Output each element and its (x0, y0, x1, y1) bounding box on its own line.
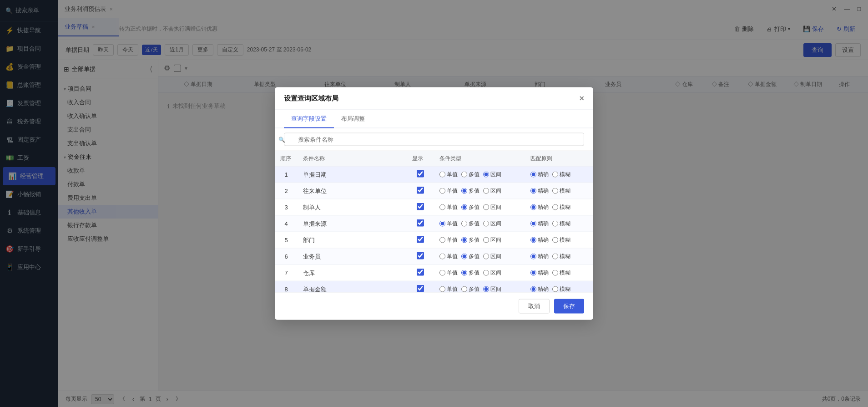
type-multi-radio-3[interactable] (461, 221, 467, 227)
match-fuzzy-opt-1[interactable]: 模糊 (552, 187, 570, 195)
match-fuzzy-radio-6[interactable] (552, 270, 558, 276)
match-fuzzy-radio-1[interactable] (552, 188, 558, 194)
type-multi-opt-4[interactable]: 多值 (461, 236, 479, 244)
th-seq: 顺序 (275, 151, 298, 167)
type-multi-radio-6[interactable] (461, 270, 467, 276)
type-multi-opt-0[interactable]: 多值 (461, 171, 479, 178)
type-range-opt-3[interactable]: 区间 (483, 220, 501, 228)
type-range-opt-4[interactable]: 区间 (483, 236, 501, 244)
type-range-radio-2[interactable] (483, 204, 489, 210)
match-precise-radio-7[interactable] (530, 286, 536, 292)
type-range-opt-6[interactable]: 区间 (483, 269, 501, 277)
type-single-radio-6[interactable] (439, 270, 445, 276)
save-button[interactable]: 保存 (554, 299, 584, 314)
match-precise-radio-4[interactable] (530, 237, 536, 243)
type-range-opt-7[interactable]: 区间 (483, 285, 501, 292)
dialog-header: 设置查询区域布局 × (275, 87, 593, 110)
type-single-opt-6[interactable]: 单值 (439, 269, 458, 277)
type-single-opt-0[interactable]: 单值 (439, 171, 458, 178)
type-multi-opt-3[interactable]: 多值 (461, 220, 479, 228)
match-precise-radio-1[interactable] (530, 188, 536, 194)
type-range-radio-0[interactable] (483, 172, 489, 178)
match-fuzzy-radio-2[interactable] (552, 204, 558, 210)
type-single-radio-4[interactable] (439, 237, 445, 243)
match-fuzzy-radio-7[interactable] (552, 286, 558, 292)
cell-match: 精确 模糊 (525, 248, 593, 265)
type-multi-radio-0[interactable] (461, 172, 467, 178)
type-single-opt-7[interactable]: 单值 (439, 285, 458, 292)
dialog-tab-layout[interactable]: 布局调整 (334, 110, 372, 128)
type-range-opt-5[interactable]: 区间 (483, 253, 501, 260)
type-multi-opt-6[interactable]: 多值 (461, 269, 479, 277)
match-precise-opt-4[interactable]: 精确 (530, 236, 549, 244)
type-multi-radio-7[interactable] (461, 286, 467, 292)
type-single-radio-2[interactable] (439, 204, 445, 210)
type-range-radio-7[interactable] (483, 286, 489, 292)
dialog-search-input[interactable] (284, 133, 584, 146)
match-fuzzy-opt-3[interactable]: 模糊 (552, 220, 570, 228)
match-precise-radio-2[interactable] (530, 204, 536, 210)
type-range-radio-1[interactable] (483, 188, 489, 194)
type-single-opt-1[interactable]: 单值 (439, 187, 458, 195)
type-single-radio-3[interactable] (439, 221, 445, 227)
type-multi-radio-4[interactable] (461, 237, 467, 243)
show-checkbox-3[interactable] (417, 219, 424, 227)
match-precise-radio-0[interactable] (530, 172, 536, 178)
match-fuzzy-radio-3[interactable] (552, 221, 558, 227)
type-multi-radio-2[interactable] (461, 204, 467, 210)
type-single-opt-3[interactable]: 单值 (439, 220, 458, 228)
type-range-radio-3[interactable] (483, 221, 489, 227)
type-multi-radio-5[interactable] (461, 254, 467, 259)
match-radio-group-5: 精确 模糊 (530, 253, 588, 260)
show-checkbox-0[interactable] (417, 170, 424, 178)
match-precise-opt-0[interactable]: 精确 (530, 171, 549, 178)
match-precise-opt-3[interactable]: 精确 (530, 220, 549, 228)
match-precise-opt-2[interactable]: 精确 (530, 204, 549, 211)
type-range-radio-4[interactable] (483, 237, 489, 243)
type-range-opt-2[interactable]: 区间 (483, 204, 501, 211)
match-precise-radio-5[interactable] (530, 254, 536, 259)
type-range-opt-1[interactable]: 区间 (483, 187, 501, 195)
type-single-radio-7[interactable] (439, 286, 445, 292)
show-checkbox-1[interactable] (417, 187, 424, 194)
type-single-radio-5[interactable] (439, 254, 445, 259)
match-fuzzy-opt-2[interactable]: 模糊 (552, 204, 570, 211)
show-checkbox-7[interactable] (417, 285, 424, 292)
cell-seq: 2 (275, 183, 298, 199)
match-fuzzy-opt-5[interactable]: 模糊 (552, 253, 570, 260)
show-checkbox-2[interactable] (417, 203, 424, 210)
match-precise-radio-3[interactable] (530, 221, 536, 227)
match-fuzzy-radio-4[interactable] (552, 237, 558, 243)
match-precise-opt-1[interactable]: 精确 (530, 187, 549, 195)
type-single-opt-2[interactable]: 单值 (439, 204, 458, 211)
type-multi-opt-2[interactable]: 多值 (461, 204, 479, 211)
show-checkbox-5[interactable] (417, 252, 424, 259)
cancel-button[interactable]: 取消 (519, 299, 550, 314)
type-range-opt-0[interactable]: 区间 (483, 171, 501, 178)
type-single-opt-4[interactable]: 单值 (439, 236, 458, 244)
match-fuzzy-radio-5[interactable] (552, 254, 558, 259)
type-range-radio-6[interactable] (483, 270, 489, 276)
type-single-radio-0[interactable] (439, 172, 445, 178)
dialog-close-btn[interactable]: × (579, 94, 584, 103)
type-multi-radio-1[interactable] (461, 188, 467, 194)
match-fuzzy-opt-4[interactable]: 模糊 (552, 236, 570, 244)
type-multi-opt-5[interactable]: 多值 (461, 253, 479, 260)
show-checkbox-4[interactable] (417, 236, 424, 243)
match-fuzzy-radio-0[interactable] (552, 172, 558, 178)
type-single-opt-5[interactable]: 单值 (439, 253, 458, 260)
match-fuzzy-opt-6[interactable]: 模糊 (552, 269, 570, 277)
match-precise-radio-6[interactable] (530, 270, 536, 276)
match-precise-opt-5[interactable]: 精确 (530, 253, 549, 260)
show-checkbox-6[interactable] (417, 269, 424, 276)
match-fuzzy-opt-0[interactable]: 模糊 (552, 171, 570, 178)
match-precise-opt-6[interactable]: 精确 (530, 269, 549, 277)
dialog-tab-query-fields[interactable]: 查询字段设置 (284, 110, 334, 128)
type-range-radio-5[interactable] (483, 254, 489, 259)
match-fuzzy-opt-7[interactable]: 模糊 (552, 285, 570, 292)
type-single-radio-1[interactable] (439, 188, 445, 194)
type-multi-opt-7[interactable]: 多值 (461, 285, 479, 292)
type-multi-opt-1[interactable]: 多值 (461, 187, 479, 195)
match-precise-opt-7[interactable]: 精确 (530, 285, 549, 292)
cell-show (407, 232, 434, 248)
